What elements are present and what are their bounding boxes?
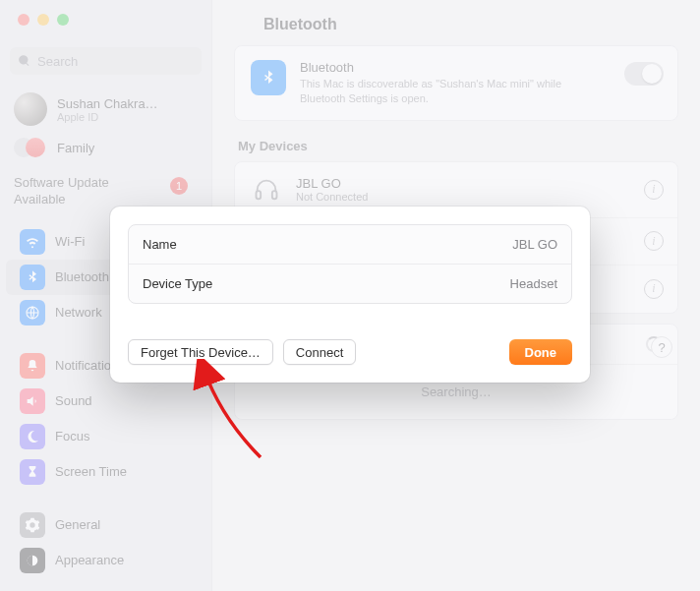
field-value: Headset — [510, 276, 557, 291]
field-label: Name — [143, 237, 177, 252]
modal-fields: Name JBL GO Device Type Headset — [128, 224, 572, 304]
field-value: JBL GO — [512, 237, 557, 252]
field-label: Device Type — [143, 276, 212, 291]
modal-buttons: Forget This Device… Connect Done — [128, 339, 572, 365]
modal-row-name[interactable]: Name JBL GO — [129, 225, 571, 264]
done-button[interactable]: Done — [509, 339, 573, 365]
connect-button[interactable]: Connect — [283, 339, 356, 365]
forget-device-button[interactable]: Forget This Device… — [128, 339, 273, 365]
device-details-modal: Name JBL GO Device Type Headset Forget T… — [110, 207, 590, 383]
modal-row-device-type[interactable]: Device Type Headset — [129, 264, 571, 303]
